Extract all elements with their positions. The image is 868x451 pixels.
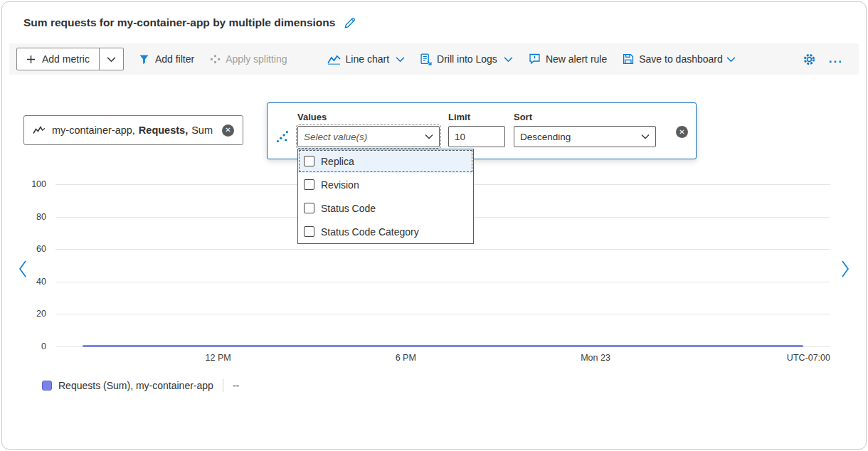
save-to-dashboard-button[interactable]: Save to dashboard xyxy=(616,49,742,69)
chevron-down-icon xyxy=(396,56,405,63)
y-axis-tick: 100 xyxy=(31,179,46,189)
split-by-dimension-icon xyxy=(276,130,289,143)
limit-field: Limit xyxy=(448,112,505,147)
option-label: Replica xyxy=(321,156,354,167)
plus-icon xyxy=(26,55,36,64)
gridline xyxy=(55,249,830,250)
x-axis-tick: 12 PM xyxy=(206,353,231,363)
apply-splitting-button: Apply splitting xyxy=(203,49,293,69)
legend-swatch xyxy=(42,381,52,391)
x-axis-tick: Mon 23 xyxy=(581,353,610,363)
chart-title-row: Sum requests for my-container-app by mul… xyxy=(2,2,866,43)
chart-scroll-left-button[interactable] xyxy=(18,259,28,279)
series-line xyxy=(83,345,803,347)
add-metric-label: Add metric xyxy=(42,53,90,65)
legend: Requests (Sum), my-container-app -- xyxy=(42,379,866,392)
add-metric-button-group: Add metric xyxy=(16,48,124,70)
sparkline-icon xyxy=(33,126,46,134)
alert-icon xyxy=(529,53,541,65)
option-label: Revision xyxy=(321,179,359,191)
new-alert-rule-button[interactable]: New alert rule xyxy=(522,49,613,69)
sort-select-value: Descending xyxy=(520,132,571,142)
checkbox[interactable] xyxy=(304,156,314,166)
y-axis-tick: 20 xyxy=(36,309,46,319)
chart-title: Sum requests for my-container-app by mul… xyxy=(23,16,335,29)
metric-pill-metric: Requests, xyxy=(139,124,188,136)
legend-label: Requests (Sum), my-container-app xyxy=(58,380,213,391)
y-axis-tick: 40 xyxy=(36,277,46,287)
more-options-button[interactable]: ... xyxy=(826,53,846,65)
x-axis-tick: 6 PM xyxy=(396,353,416,363)
save-to-dashboard-label: Save to dashboard xyxy=(639,53,723,65)
splitting-panel: Values Select value(s) Limit Sort xyxy=(267,102,697,159)
y-axis-tick: 60 xyxy=(36,244,46,254)
x-axis-tick: UTC-07:00 xyxy=(787,353,830,363)
save-icon xyxy=(623,53,634,65)
filter-icon xyxy=(139,54,150,65)
remove-metric-button[interactable]: ✕ xyxy=(222,124,234,137)
metric-pill-aggregation: Sum xyxy=(191,124,213,136)
line-chart-icon xyxy=(327,54,341,65)
toolbar-right-group: ... xyxy=(800,50,852,69)
drill-into-logs-button[interactable]: Drill into Logs xyxy=(414,49,519,70)
values-label: Values xyxy=(297,112,440,122)
ellipsis-icon: ... xyxy=(829,55,843,63)
add-metric-dropdown-button[interactable] xyxy=(99,48,123,70)
values-select[interactable]: Select value(s) xyxy=(297,126,440,147)
apply-splitting-label: Apply splitting xyxy=(226,53,287,65)
dropdown-option-replica[interactable]: Replica xyxy=(298,149,473,173)
drill-into-logs-icon xyxy=(420,53,432,65)
gridline xyxy=(55,314,830,314)
add-metric-button[interactable]: Add metric xyxy=(17,48,99,70)
drill-into-logs-label: Drill into Logs xyxy=(437,53,497,65)
chevron-down-icon xyxy=(107,56,116,63)
dropdown-option-status-code[interactable]: Status Code xyxy=(298,196,473,220)
dropdown-option-revision[interactable]: Revision xyxy=(298,173,473,196)
line-chart-button[interactable]: Line chart xyxy=(321,49,411,69)
settings-button[interactable] xyxy=(800,50,819,69)
chevron-down-icon xyxy=(726,56,736,63)
sort-select[interactable]: Descending xyxy=(514,126,656,147)
legend-value: -- xyxy=(233,380,239,391)
chart-scroll-right-button[interactable] xyxy=(840,259,850,279)
checkbox[interactable] xyxy=(304,226,314,237)
new-alert-rule-label: New alert rule xyxy=(546,53,607,65)
remove-splitting-button[interactable]: ✕ xyxy=(676,126,688,138)
gridline xyxy=(55,282,830,282)
splitting-icon xyxy=(210,54,221,64)
filters-row: my-container-app, Requests, Sum ✕ Values… xyxy=(2,75,866,171)
values-select-placeholder: Select value(s) xyxy=(304,132,367,142)
checkbox[interactable] xyxy=(304,179,314,190)
values-dropdown: Replica Revision Status Code Status Code… xyxy=(297,149,474,244)
chevron-down-icon xyxy=(425,134,433,139)
values-field: Values Select value(s) xyxy=(297,112,440,147)
checkbox[interactable] xyxy=(304,203,314,213)
sort-field: Sort Descending xyxy=(514,112,656,147)
metrics-explorer-window: Sum requests for my-container-app by mul… xyxy=(1,1,867,450)
y-axis-tick: 80 xyxy=(36,212,46,222)
y-axis-tick: 0 xyxy=(41,341,46,351)
option-label: Status Code Category xyxy=(321,226,419,238)
add-filter-button[interactable]: Add filter xyxy=(132,49,201,69)
sort-label: Sort xyxy=(514,112,656,122)
line-chart-label: Line chart xyxy=(346,53,389,65)
add-filter-label: Add filter xyxy=(155,53,194,65)
chart-content: my-container-app, Requests, Sum ✕ Values… xyxy=(2,75,866,392)
dropdown-option-status-code-category[interactable]: Status Code Category xyxy=(298,220,473,243)
toolbar: Add metric Add filter Apply splitting xyxy=(9,43,859,75)
chevron-down-icon xyxy=(641,134,650,139)
option-label: Status Code xyxy=(321,203,376,214)
limit-input[interactable] xyxy=(448,126,505,147)
chevron-down-icon xyxy=(504,56,513,63)
edit-title-icon[interactable] xyxy=(344,17,356,29)
metric-pill-resource: my-container-app, xyxy=(52,124,135,136)
gear-icon xyxy=(803,53,816,66)
metric-pill[interactable]: my-container-app, Requests, Sum ✕ xyxy=(23,115,243,145)
legend-separator xyxy=(223,379,223,392)
limit-label: Limit xyxy=(448,112,505,122)
